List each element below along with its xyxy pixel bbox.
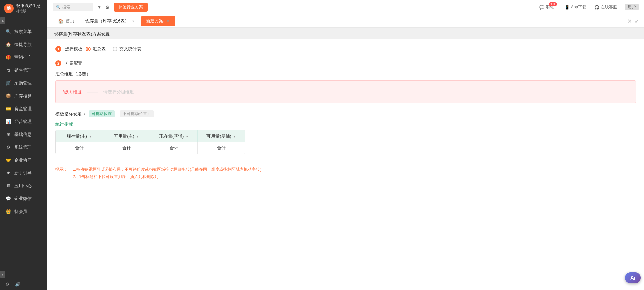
app-badge: 标准版 [16,9,41,14]
handshake-icon: 🤝 [5,157,11,163]
topbar-settings-icon[interactable]: ⚙ [105,5,110,10]
ai-float-button[interactable]: Ai [625,272,641,283]
sidebar-item-label: 营销推广 [14,54,32,61]
tab-inventory[interactable]: 现存量（库存状况表） × [80,15,141,27]
stats-table: 现存量(主) ▼ 可用量(主) ▼ 现存量(基辅) ▼ [55,130,245,154]
topbar-service[interactable]: 🎧 在线客服 [594,4,617,10]
app-name: 畅康通好生意 [16,3,41,9]
tab-home[interactable]: 🏠 首页 [53,15,80,27]
tabs-bar: 🏠 首页 现存量（库存状况表） × 新建方案 × ✕ ⤢ [47,15,644,28]
content-area: 现存量(库存状况表)方案设置 1 选择模板 汇总表 交叉统计表 [47,28,644,290]
hint-title: 提示： [55,167,72,172]
col-chevron-1: ▼ [136,135,139,138]
sidebar-item-label: 搜索菜单 [14,29,32,35]
col-label-2: 现存量(基辅) [159,133,184,139]
sidebar-item-finance[interactable]: 💳 资金管理 [0,102,47,115]
col-header-1[interactable]: 可用量(主) ▼ [103,130,150,142]
col-chevron-2: ▼ [185,135,189,138]
hint-line-0: 1.拖动标题栏可以调整布局，不可跨维度或指标区域拖动栏目字段(只能在同一维度或指… [73,167,261,172]
inventory-tab-close[interactable]: × [131,19,136,23]
step2-header: 2 方案配置 [55,60,636,66]
draggable-tag: 可拖动位置 [89,110,115,117]
hint-indent [55,174,72,179]
dimension-box[interactable]: *纵向维度 —— 请选择分组维度 [55,80,636,103]
cell-1-0: 合计 [103,142,150,154]
step1-title: 选择模板 [65,46,82,52]
hint-section: 提示： 1.拖动标题栏可以调整布局，不可跨维度或指标区域拖动栏目字段(只能在同一… [55,162,636,185]
dimension-placeholder: 请选择分组维度 [103,89,134,95]
volume-icon[interactable]: 🔊 [15,282,20,287]
topbar-user[interactable]: 用户 [625,4,639,10]
gift-icon: 🎁 [5,54,11,61]
settings-icon[interactable]: ⚙ [5,282,9,287]
sidebar-item-label: 应用中心 [14,183,32,189]
page-header: 现存量(库存状况表)方案设置 [47,28,644,39]
sidebar-scroll-up[interactable]: ▲ [0,17,5,24]
dimension-required: *纵向维度 [63,89,82,95]
sidebar-item-app-center[interactable]: 🖥 应用中心 [0,179,47,192]
sidebar-item-label: 资金管理 [14,106,32,112]
new-tab-close[interactable]: × [166,19,170,23]
radio-summary[interactable]: 汇总表 [86,46,106,52]
sidebar-item-member[interactable]: 👑 畅会员 [0,205,47,218]
radio-cross[interactable]: 交叉统计表 [113,46,141,52]
expand-panel-icon[interactable]: ⤢ [635,18,639,24]
sales-icon: 🛍 [5,67,11,73]
sidebar-item-label: 畅会员 [14,209,27,215]
sidebar-item-marketing[interactable]: 🎁 营销推广 [0,51,47,64]
hint-text-1: 2. 点击标题栏下拉可设置排序、插入列和删除列 [55,173,636,181]
sidebar-item-label: 企业协同 [14,157,32,163]
sidebar-item-basic-info[interactable]: ⊞ 基础信息 [0,128,47,141]
cart-icon: 🛒 [5,80,11,86]
logo-text: 畅康通好生意 标准版 [16,3,41,14]
topbar-app-download[interactable]: 📱 App下载 [565,4,586,10]
sidebar-item-inventory[interactable]: 📦 库存核算 [0,90,47,102]
trial-button[interactable]: 体验行业方案 [114,3,148,12]
sidebar-item-system[interactable]: ⚙ 系统管理 [0,141,47,154]
wallet-icon: 💳 [5,106,11,112]
col-header-3[interactable]: 可用量(基辅) ▼ [198,130,245,142]
cell-2-0: 合计 [150,142,198,154]
topbar-dropdown[interactable]: ▼ [97,5,101,10]
inventory-tab-label: 现存量（库存状况表） [85,18,129,24]
sidebar-item-quick-nav[interactable]: 🏠 快捷导航 [0,38,47,51]
wechat-icon: 💬 [5,196,11,202]
compass-icon: 🏠 [5,42,11,48]
home-icon: 🏠 [58,19,64,24]
sidebar-item-operations[interactable]: 📊 经营管理 [0,115,47,128]
stats-title: 统计指标 [55,121,636,127]
home-tab-label: 首页 [66,18,74,24]
step1-header: 1 选择模板 汇总表 交叉统计表 [55,46,636,52]
radio-summary-dot [86,47,91,51]
metrics-config: 模板指标设定（ 可拖动位置 不可拖动位置） 统计指标 现存量(主) ▼ [55,110,636,185]
col-label-0: 现存量(主) [67,133,87,139]
step1-badge: 1 [55,46,61,52]
radio-summary-label: 汇总表 [93,46,106,52]
main-area: 🔍 搜索 ▼ ⚙ 体验行业方案 💬 消息 99+ 📱 App下载 🎧 在线客服 … [47,0,644,290]
sidebar-scroll-down[interactable]: ▼ [0,271,5,278]
page-body: 1 选择模板 汇总表 交叉统计表 [47,39,644,288]
sidebar-item-label: 经营管理 [14,119,32,125]
close-panel-icon[interactable]: ✕ [627,18,632,24]
topbar-search[interactable]: 🔍 搜索 [53,3,93,11]
phone-icon: 📱 [565,5,570,10]
sidebar-item-cooperation[interactable]: 🤝 企业协同 [0,154,47,167]
topbar-message[interactable]: 💬 消息 99+ [539,4,554,10]
sidebar-item-purchase[interactable]: 🛒 采购管理 [0,77,47,90]
col-header-0[interactable]: 现存量(主) ▼ [56,130,103,142]
sidebar-item-search-menu[interactable]: 🔍 搜索菜单 [0,25,47,38]
cell-3-0: 合计 [198,142,245,154]
sidebar-item-newbie[interactable]: ★ 新手引导 [0,167,47,179]
stats-table-row-0: 合计 合计 合计 合计 [56,142,245,154]
non-draggable-tag: 不可拖动位置） [120,110,154,117]
tab-new-scheme[interactable]: 新建方案 × [141,16,175,26]
col-header-2[interactable]: 现存量(基辅) ▼ [150,130,198,142]
chart-icon: 📊 [5,119,11,125]
sidebar-item-sales[interactable]: 🛍 销售管理 [0,64,47,77]
tabs-right-controls: ✕ ⤢ [627,18,639,24]
sidebar-item-wechat[interactable]: 💬 企业微信 [0,192,47,205]
gear-icon: ⚙ [5,144,11,150]
sidebar-item-label: 库存核算 [14,93,32,99]
save-section: 方案保存(可选) [47,288,644,290]
sidebar-item-label: 采购管理 [14,80,32,86]
